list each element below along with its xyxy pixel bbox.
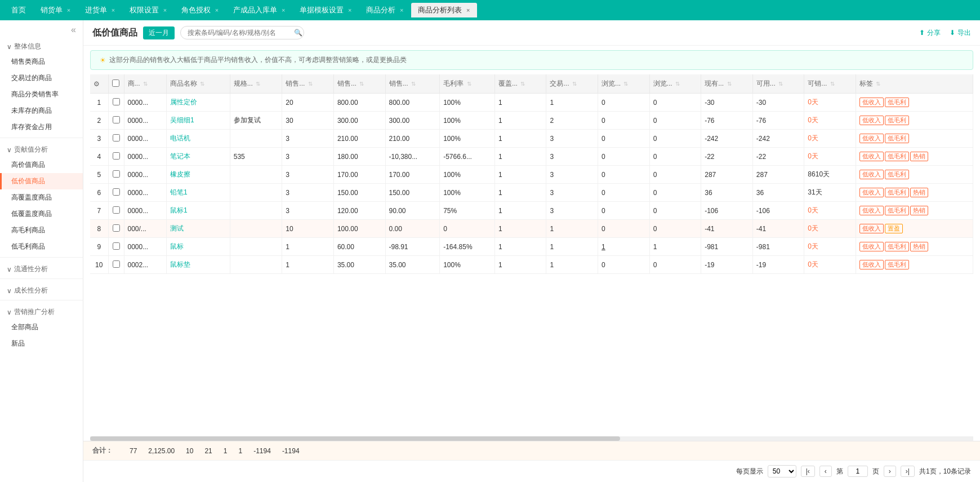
row-browse1[interactable]: 0 [598, 94, 650, 112]
row-name[interactable]: 铅笔1 [166, 184, 230, 202]
row-name[interactable]: 测试 [166, 220, 230, 238]
row-name[interactable]: 电话机 [166, 130, 230, 148]
last-page-btn[interactable]: ›| [901, 466, 915, 477]
nav-permission[interactable]: 权限设置 × [123, 3, 173, 17]
nav-product-analysis[interactable]: 商品分析 × [359, 3, 410, 17]
sidebar-group-contribution[interactable]: ∨ 贡献值分析 [0, 140, 83, 157]
row-checkbox[interactable] [108, 184, 124, 202]
scroll-thumb[interactable] [90, 436, 620, 441]
nav-role-auth[interactable]: 角色授权 × [175, 3, 225, 17]
first-page-btn[interactable]: |‹ [801, 466, 815, 477]
sidebar-collapse-btn[interactable]: « [71, 25, 76, 35]
prev-page-btn[interactable]: ‹ [819, 466, 832, 477]
th-stock2: 可用... ⇅ [752, 74, 804, 94]
tag: 低收入 [859, 134, 884, 143]
sidebar-item-all-products[interactable]: 全部商品 [0, 319, 83, 335]
row-code: 000/... [124, 220, 166, 238]
row-name[interactable]: 鼠标 [166, 238, 230, 256]
row-checkbox[interactable] [108, 220, 124, 238]
sidebar-item-low-coverage[interactable]: 低覆盖度商品 [0, 206, 83, 222]
row-select-checkbox[interactable] [113, 206, 120, 214]
period-button[interactable]: 近一月 [143, 26, 175, 39]
row-qty: 3 [282, 184, 334, 202]
row-checkbox[interactable] [108, 166, 124, 184]
sidebar-item-high-value[interactable]: 高价值商品 [0, 157, 83, 173]
nav-purchase-order[interactable]: 进货单 × [78, 3, 122, 17]
row-select-checkbox[interactable] [113, 188, 120, 196]
sidebar-item-high-profit[interactable]: 高毛利商品 [0, 222, 83, 238]
nav-home[interactable]: 首页 [5, 3, 33, 17]
select-all-checkbox[interactable] [112, 79, 119, 87]
th-browse2: 浏览... ⇅ [649, 74, 701, 94]
row-browse1[interactable]: 0 [598, 184, 650, 202]
table-area: ⚙ 商... ⇅ 商品名称 ⇅ 规格... ⇅ 销售... ⇅ 销售... ⇅ … [83, 74, 980, 436]
sidebar-group-growth[interactable]: ∨ 成长性分析 [0, 281, 83, 298]
page-size-select[interactable]: 50 100 200 [768, 465, 796, 477]
sidebar-group-marketing[interactable]: ∨ 营销推广分析 [0, 303, 83, 319]
nav-product-analysis-list[interactable]: 商品分析列表 × [411, 3, 476, 17]
row-name[interactable]: 属性定价 [166, 94, 230, 112]
nav-product-warehouse[interactable]: 产成品入库单 × [226, 3, 292, 17]
sidebar-item-traded-products[interactable]: 交易过的商品 [0, 70, 83, 86]
row-coverage: 1 [495, 112, 546, 130]
row-select-checkbox[interactable] [113, 224, 120, 232]
search-icon[interactable]: 🔍 [294, 29, 302, 37]
row-name[interactable]: 笔记本 [166, 148, 230, 166]
nav-template-settings[interactable]: 单据模板设置 × [293, 3, 358, 17]
sidebar-item-sales-products[interactable]: 销售类商品 [0, 54, 83, 70]
sidebar-item-low-value[interactable]: 低价值商品 [0, 173, 83, 189]
row-browse1[interactable]: 1 [598, 238, 650, 256]
share-button[interactable]: ⬆ 分享 [919, 28, 941, 38]
sidebar-item-stock-fund[interactable]: 库存资金占用 [0, 119, 83, 135]
row-browse1[interactable]: 0 [598, 202, 650, 220]
row-select-checkbox[interactable] [113, 98, 120, 105]
sidebar-item-low-profit[interactable]: 低毛利商品 [0, 238, 83, 255]
row-select-checkbox[interactable] [113, 116, 120, 123]
tag: 低收入 [859, 206, 884, 215]
row-browse1[interactable]: 0 [598, 130, 650, 148]
row-code: 0000... [124, 238, 166, 256]
sidebar-item-category-rate[interactable]: 商品分类销售率 [0, 86, 83, 103]
row-browse1[interactable]: 0 [598, 256, 650, 274]
row-browse1[interactable]: 0 [598, 112, 650, 130]
search-input[interactable] [180, 26, 304, 39]
export-button[interactable]: ⬇ 导出 [950, 28, 971, 38]
row-select-checkbox[interactable] [113, 134, 120, 141]
sidebar-item-new-products[interactable]: 新品 [0, 335, 83, 352]
row-checkbox[interactable] [108, 238, 124, 256]
row-days: 0天 [804, 112, 856, 130]
sidebar-group-overall[interactable]: ∨ 整体信息 [0, 37, 83, 54]
row-checkbox[interactable] [108, 202, 124, 220]
horizontal-scrollbar[interactable] [90, 436, 973, 441]
row-select-checkbox[interactable] [113, 170, 120, 178]
column-config-icon[interactable]: ⚙ [93, 80, 100, 88]
sidebar-item-high-coverage[interactable]: 高覆盖度商品 [0, 189, 83, 206]
row-code: 0000... [124, 130, 166, 148]
page-header: 低价值商品 近一月 🔍 ⬆ 分享 ⬇ 导出 [83, 20, 980, 46]
row-checkbox[interactable] [108, 94, 124, 112]
page-number-input[interactable] [848, 466, 868, 477]
row-stock1: -242 [701, 130, 753, 148]
row-checkbox[interactable] [108, 130, 124, 148]
row-select-checkbox[interactable] [113, 242, 120, 250]
sidebar-group-liquidity[interactable]: ∨ 流通性分析 [0, 260, 83, 276]
row-name[interactable]: 吴细细1 [166, 112, 230, 130]
row-select-checkbox[interactable] [113, 152, 120, 160]
footer-label: 合计： [92, 446, 113, 456]
row-select-checkbox[interactable] [113, 260, 120, 268]
next-page-btn[interactable]: › [884, 466, 896, 477]
row-checkbox[interactable] [108, 148, 124, 166]
row-browse1[interactable]: 0 [598, 166, 650, 184]
row-browse1[interactable]: 0 [598, 148, 650, 166]
row-name[interactable]: 橡皮擦 [166, 166, 230, 184]
sidebar-item-no-stock[interactable]: 未库存的商品 [0, 103, 83, 119]
row-checkbox[interactable] [108, 112, 124, 130]
row-checkbox[interactable] [108, 256, 124, 274]
row-trade: 1 [546, 94, 598, 112]
browse-link[interactable]: 1 [602, 243, 605, 251]
th-amount: 销售... ⇅ [385, 74, 440, 94]
row-name[interactable]: 鼠标1 [166, 202, 230, 220]
nav-sales-order[interactable]: 销货单 × [34, 3, 77, 17]
row-browse1[interactable]: 0 [598, 220, 650, 238]
row-name[interactable]: 鼠标垫 [166, 256, 230, 274]
